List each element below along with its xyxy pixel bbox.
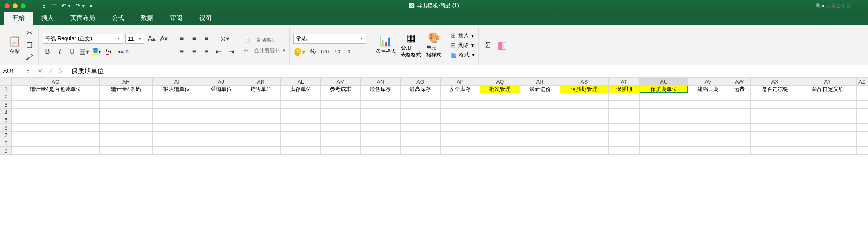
cell-AQ5[interactable] [480,116,520,124]
cell-AT9[interactable] [608,147,640,155]
cell-AS3[interactable] [560,101,609,109]
cell-AY7[interactable] [799,132,856,139]
cell-AU4[interactable] [640,109,688,116]
row-header-1[interactable]: 1 [0,86,12,93]
cell-AO8[interactable] [400,139,440,147]
cell-AI2[interactable] [152,93,201,101]
col-header-AN[interactable]: AN [360,78,400,86]
cell-AM3[interactable] [321,101,360,109]
cell-AP8[interactable] [440,139,480,147]
cell-AT1[interactable]: 保质期 [608,86,640,93]
cell-AK9[interactable] [241,147,281,155]
cell-AZ3[interactable] [856,101,868,109]
cell-AR5[interactable] [520,116,560,124]
cell-AR2[interactable] [520,93,560,101]
tab-数据[interactable]: 数据 [133,11,162,25]
cell-AY1[interactable]: 商品自定义项 [799,86,856,93]
cell-AJ2[interactable] [201,93,241,101]
cell-AQ7[interactable] [480,132,520,139]
cell-AY2[interactable] [799,93,856,101]
cell-AJ1[interactable]: 采购单位 [201,86,241,93]
cell-AN7[interactable] [360,132,400,139]
cell-AN5[interactable] [360,116,400,124]
percent-icon[interactable]: % [308,47,318,57]
comma-icon[interactable]: 000 [320,47,330,57]
insert-cells-button[interactable]: ⊞插入 ▾ [451,32,475,39]
cell-AH4[interactable] [99,109,152,116]
row-header-7[interactable]: 7 [0,132,12,139]
cell-AT3[interactable] [608,101,640,109]
cell-AS4[interactable] [560,109,609,116]
cell-AQ2[interactable] [480,93,520,101]
cell-AG3[interactable] [12,101,100,109]
cell-AP5[interactable] [440,116,480,124]
formula-input[interactable] [67,67,868,75]
align-middle-icon[interactable]: ≡ [189,34,199,44]
zoom-icon[interactable] [21,3,26,8]
cell-AP9[interactable] [440,147,480,155]
cancel-formula-icon[interactable]: ✕ [38,67,43,75]
cell-AX7[interactable] [751,132,799,139]
cell-AQ9[interactable] [480,147,520,155]
col-header-AK[interactable]: AK [241,78,281,86]
cell-AJ9[interactable] [201,147,241,155]
cell-AS1[interactable]: 保质期管理 [560,86,609,93]
col-header-AR[interactable]: AR [520,78,560,86]
number-format-select[interactable]: 常规▼ [293,34,366,44]
cell-AW3[interactable] [728,101,750,109]
cell-AJ5[interactable] [201,116,241,124]
cell-AX2[interactable] [751,93,799,101]
cell-AP1[interactable]: 安全库存 [440,86,480,93]
cell-AM1[interactable]: 参考成本 [321,86,360,93]
col-header-AM[interactable]: AM [321,78,360,86]
cell-AM7[interactable] [321,132,360,139]
row-header-9[interactable]: 9 [0,147,12,155]
clear-icon[interactable]: ◧ [497,39,507,51]
cell-AJ3[interactable] [201,101,241,109]
cell-AG5[interactable] [12,116,100,124]
cell-AL2[interactable] [281,93,321,101]
cell-AW2[interactable] [728,93,750,101]
col-header-AG[interactable]: AG [12,78,100,86]
col-header-AH[interactable]: AH [99,78,152,86]
cell-AU5[interactable] [640,116,688,124]
cell-AO4[interactable] [400,109,440,116]
cell-AL5[interactable] [281,116,321,124]
redo-icon[interactable]: ↷ ▾ [75,2,85,9]
col-header-AX[interactable]: AX [751,78,799,86]
cell-AU3[interactable] [640,101,688,109]
cell-AQ6[interactable] [480,124,520,132]
decrease-decimal-icon[interactable]: .0⁻ [344,47,354,57]
cell-AP6[interactable] [440,124,480,132]
cell-AX8[interactable] [751,139,799,147]
cell-AR1[interactable]: 最新进价 [520,86,560,93]
cell-AT4[interactable] [608,109,640,116]
cell-AI6[interactable] [152,124,201,132]
cell-AZ6[interactable] [856,124,868,132]
cell-AV7[interactable] [688,132,728,139]
font-size-select[interactable]: 11▼ [125,34,144,44]
cell-AV8[interactable] [688,139,728,147]
cell-AG2[interactable] [12,93,100,101]
cell-AQ3[interactable] [480,101,520,109]
cell-AJ4[interactable] [201,109,241,116]
underline-button[interactable]: U [67,47,77,57]
cell-AI8[interactable] [152,139,201,147]
cell-AW4[interactable] [728,109,750,116]
row-header-5[interactable]: 5 [0,116,12,124]
cell-AQ8[interactable] [480,139,520,147]
merge-center-button[interactable]: ⇔ 合并后居中 ▾ [244,47,285,54]
cell-AK7[interactable] [241,132,281,139]
cell-AO7[interactable] [400,132,440,139]
cell-AO5[interactable] [400,116,440,124]
cell-AN2[interactable] [360,93,400,101]
row-header-4[interactable]: 4 [0,109,12,116]
cell-AJ7[interactable] [201,132,241,139]
cell-AV1[interactable]: 建档日期 [688,86,728,93]
cell-AZ5[interactable] [856,116,868,124]
cell-AX3[interactable] [751,101,799,109]
cell-AI9[interactable] [152,147,201,155]
cell-AS7[interactable] [560,132,609,139]
cell-AX6[interactable] [751,124,799,132]
cell-AS9[interactable] [560,147,609,155]
